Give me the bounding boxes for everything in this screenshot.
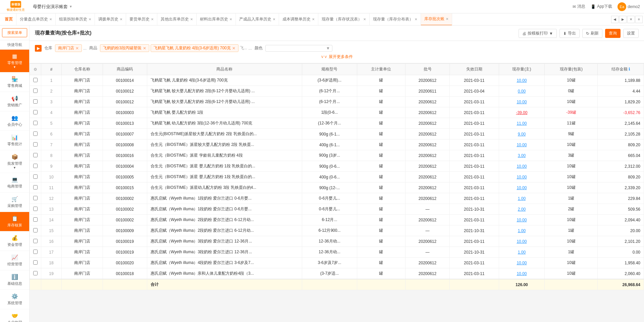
- tab-chengbentiao[interactable]: 成本调整单历史 ✕: [279, 13, 318, 25]
- close-icon[interactable]: ✕: [120, 17, 122, 21]
- sidebar-item-retail-mgmt[interactable]: ▦ 零售管理 ▼: [0, 50, 29, 72]
- row-qty-main[interactable]: 1.00: [499, 193, 545, 204]
- row-qty-main[interactable]: 10.00: [499, 97, 545, 107]
- row-checkbox[interactable]: [30, 247, 41, 258]
- product-tag-1[interactable]: 飞鹤奶粉3段丙罐塑装 ✕: [100, 44, 149, 52]
- company-selector[interactable]: 母婴行业演示账套 ▼: [33, 4, 567, 10]
- close-icon[interactable]: ✕: [75, 46, 79, 51]
- sidebar-item-marketing[interactable]: 📢 营销推广: [0, 92, 29, 111]
- settings-icon[interactable]: ⚙: [34, 67, 37, 72]
- tab-xianzfb[interactable]: 现存量（库存分布表） ✕: [370, 13, 421, 25]
- tab-fenbpan[interactable]: 分量盘点单历史 ✕: [16, 13, 56, 25]
- tab-yaohuo[interactable]: 要货单历史 ✕: [126, 13, 157, 25]
- row-qty-main[interactable]: 10.00: [499, 268, 545, 279]
- print-btn[interactable]: 🖨 按模板打印 ▼: [519, 29, 557, 38]
- sidebar-item-basic[interactable]: ℹ️ 基础信息: [0, 270, 29, 290]
- row-qty-main[interactable]: 1.00: [499, 247, 545, 258]
- row-qty-main[interactable]: 10.00: [499, 140, 545, 150]
- close-icon[interactable]: ✕: [446, 17, 448, 21]
- tab-tiaobodан[interactable]: 调拨单历史 ✕: [95, 13, 126, 25]
- sidebar-item-finance[interactable]: 💰 资金管理: [0, 231, 29, 251]
- close-icon[interactable]: ✕: [312, 17, 315, 21]
- expand-filters-btn[interactable]: ▶: [35, 45, 42, 52]
- color-filter-input[interactable]: ▼: [265, 45, 332, 52]
- row-qty-main[interactable]: 10.00: [499, 161, 545, 172]
- app-download-btn[interactable]: 📱 App下载: [591, 4, 612, 9]
- row-qty-main[interactable]: 10.00: [499, 172, 545, 182]
- expand-more-btn[interactable]: ∨∨ 展开更多条件: [321, 54, 353, 59]
- close-icon[interactable]: ✕: [229, 17, 232, 21]
- sidebar-item-operation[interactable]: 📈 经营管理: [0, 251, 29, 270]
- row-checkbox[interactable]: [30, 236, 41, 247]
- sidebar-item-ecommerce[interactable]: 💻 电商管理: [0, 173, 29, 193]
- row-qty-main[interactable]: 1.00: [499, 225, 545, 236]
- close-icon[interactable]: ✕: [273, 17, 275, 21]
- row-qty-main[interactable]: 2.00: [499, 204, 545, 215]
- row-checkbox[interactable]: [30, 97, 41, 107]
- search-menu-btn[interactable]: 搜索菜单: [2, 28, 27, 37]
- row-qty-main[interactable]: 11.00: [499, 118, 545, 129]
- message-btn[interactable]: ✉ 消息: [573, 4, 585, 9]
- sidebar-item-inventory[interactable]: 📋 库存核算: [0, 212, 29, 231]
- close-icon[interactable]: ✕: [363, 17, 366, 21]
- tab-zuhechai[interactable]: 组装拆卸单历史 ✕: [56, 13, 95, 25]
- tab-qtchuku[interactable]: 其他出库单历史 ✕: [157, 13, 197, 25]
- export-btn[interactable]: ⬇ 导出: [559, 29, 580, 38]
- row-checkbox[interactable]: [30, 86, 41, 97]
- tab-xianzl[interactable]: 现存量（库存状况表） ✕: [318, 13, 370, 25]
- close-icon[interactable]: ✕: [415, 17, 417, 21]
- tab-next-btn[interactable]: ▶: [619, 16, 627, 23]
- row-qty-main[interactable]: 9.00: [499, 129, 545, 140]
- tab-cailiaochuku[interactable]: 材料出库单历史 ✕: [197, 13, 236, 25]
- quick-nav-btn[interactable]: 快捷导航: [0, 40, 29, 50]
- sidebar-item-retail-stats[interactable]: 📊 零售统计: [0, 131, 29, 150]
- sidebar-item-wholesale[interactable]: 📦 批发管理 ▼: [0, 150, 29, 173]
- tab-menu-btn[interactable]: ≡: [635, 16, 643, 23]
- row-checkbox[interactable]: [30, 75, 41, 86]
- row-checkbox[interactable]: [30, 215, 41, 225]
- sidebar-item-purchase[interactable]: 🛒 采购管理: [0, 193, 29, 212]
- row-checkbox[interactable]: [30, 150, 41, 161]
- close-icon[interactable]: ✕: [49, 17, 52, 21]
- row-checkbox[interactable]: [30, 193, 41, 204]
- row-qty-main[interactable]: 10.00: [499, 215, 545, 225]
- row-qty-main[interactable]: 10.00: [499, 182, 545, 193]
- query-btn[interactable]: 查询: [605, 29, 621, 38]
- refresh-btn[interactable]: ↻ 刷新: [582, 29, 602, 38]
- settings-btn[interactable]: 设置: [623, 29, 639, 38]
- warehouse-tag-nananmen[interactable]: 南岸门店 ✕: [55, 44, 82, 52]
- product-tag-2[interactable]: 飞鹤星飞帆 儿童奶粉 4段(3-6岁适用) 700克 ✕: [151, 44, 238, 52]
- row-qty-main[interactable]: -39.00: [499, 107, 545, 118]
- close-icon[interactable]: ✕: [190, 17, 193, 21]
- row-checkbox[interactable]: [30, 129, 41, 140]
- close-icon[interactable]: ✕: [151, 17, 154, 21]
- tab-chanpinruku[interactable]: 产成品入库单历史 ✕: [236, 13, 279, 25]
- col-settings-header[interactable]: ⚙: [30, 64, 41, 75]
- row-checkbox[interactable]: [30, 107, 41, 118]
- row-checkbox[interactable]: [30, 182, 41, 193]
- row-qty-main[interactable]: 3.00: [499, 150, 545, 161]
- tab-prev-btn[interactable]: ◀: [611, 16, 619, 23]
- close-icon[interactable]: ✕: [89, 17, 91, 21]
- row-checkbox[interactable]: [30, 161, 41, 172]
- close-icon[interactable]: ✕: [232, 46, 235, 51]
- tab-home[interactable]: 首页: [1, 13, 16, 25]
- sidebar-item-retail-mall[interactable]: 🏪 零售商城: [0, 72, 29, 92]
- sidebar-item-system[interactable]: ⚙️ 系统管理: [0, 290, 29, 309]
- row-qty-main[interactable]: 10.00: [499, 236, 545, 247]
- tab-kucunpici[interactable]: 库存批次账 ✕: [421, 13, 452, 25]
- close-icon[interactable]: ✕: [143, 46, 146, 51]
- row-checkbox[interactable]: [30, 204, 41, 215]
- row-qty-main[interactable]: 10.00: [499, 258, 545, 268]
- row-checkbox[interactable]: [30, 268, 41, 279]
- row-checkbox[interactable]: [30, 140, 41, 150]
- tab-close-btn[interactable]: ✕: [627, 16, 635, 23]
- row-qty-main[interactable]: 10.00: [499, 75, 545, 86]
- user-area[interactable]: Ea demo2: [618, 2, 640, 11]
- sidebar-item-enterprise[interactable]: 🤝 企业协同: [0, 309, 29, 322]
- row-checkbox[interactable]: [30, 118, 41, 129]
- row-checkbox[interactable]: [30, 172, 41, 182]
- row-checkbox[interactable]: [30, 225, 41, 236]
- row-checkbox[interactable]: [30, 258, 41, 268]
- row-qty-main[interactable]: 0.00: [499, 86, 545, 97]
